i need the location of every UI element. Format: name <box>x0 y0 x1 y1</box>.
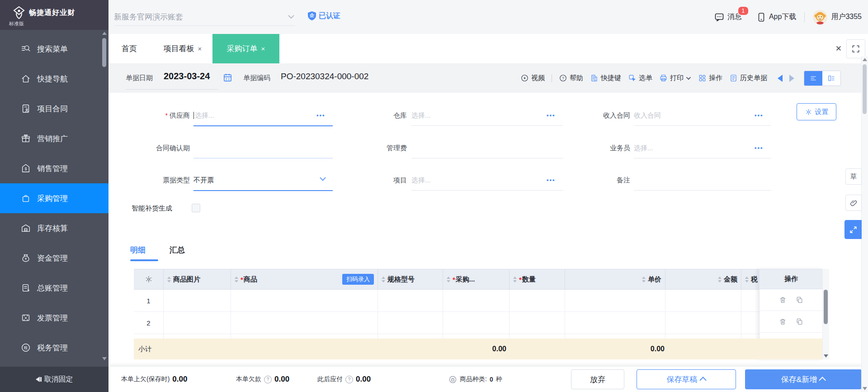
page-scrollbar-thumb[interactable] <box>863 64 867 114</box>
table-scrollbar[interactable] <box>822 269 829 359</box>
list-view-button[interactable] <box>804 71 822 86</box>
sort-arrows[interactable] <box>513 277 517 282</box>
table-scrollbar-thumb[interactable] <box>824 290 828 324</box>
draft-box-button[interactable]: 草 <box>845 168 862 185</box>
toolbar-question-button[interactable]: ?帮助 <box>559 74 583 82</box>
button-放弃[interactable]: 放弃 <box>571 369 624 389</box>
lookup-ellipsis-button[interactable]: ••• <box>547 112 556 119</box>
help-icon[interactable]: ? <box>345 376 353 383</box>
button-保存草稿[interactable]: 保存草稿 <box>637 369 736 389</box>
sidebar-item-search[interactable]: 搜索菜单 <box>0 34 108 64</box>
scroll-up-icon[interactable] <box>102 32 107 35</box>
delete-row-button[interactable] <box>779 296 787 304</box>
cell-qty[interactable] <box>509 312 565 334</box>
cell-qty[interactable] <box>509 290 565 311</box>
cell-product[interactable] <box>231 312 378 334</box>
cell-tax[interactable] <box>741 312 760 334</box>
detail-tab-汇总[interactable]: 汇总 <box>170 245 185 255</box>
scroll-down-icon[interactable] <box>102 357 107 360</box>
sort-down-icon[interactable] <box>382 280 385 282</box>
sidebar-item-funds[interactable]: ¥资金管理 <box>0 243 108 273</box>
sort-down-icon[interactable] <box>718 280 722 282</box>
account-selector[interactable]: 新服务官网演示账套 <box>114 8 295 26</box>
messages-button[interactable]: 消息 1 <box>714 12 742 23</box>
tab-close-icon[interactable]: × <box>198 45 202 53</box>
next-document-icon[interactable] <box>789 75 794 82</box>
sort-arrows[interactable] <box>235 277 238 282</box>
sort-arrows[interactable] <box>382 277 385 282</box>
cell-amount[interactable] <box>665 290 741 311</box>
sidebar-item-purchase[interactable]: 采购管理 <box>0 183 108 213</box>
field-input-备注[interactable] <box>634 172 771 188</box>
sort-up-icon[interactable] <box>642 277 646 279</box>
sidebar-item-contract[interactable]: 项目合同 <box>0 94 108 124</box>
tab-项目看板[interactable]: 项目看板× <box>154 34 212 63</box>
user-menu[interactable]: 用户3355 <box>813 10 862 24</box>
sort-down-icon[interactable] <box>167 280 171 282</box>
sort-up-icon[interactable] <box>447 277 450 279</box>
sort-up-icon[interactable] <box>167 277 171 279</box>
toolbar-shortcut-button[interactable]: 快捷键 <box>590 74 621 82</box>
fullscreen-button[interactable] <box>846 39 865 58</box>
lookup-ellipsis-button[interactable]: ••• <box>755 144 764 151</box>
cell-amount[interactable] <box>665 312 741 334</box>
sort-arrows[interactable] <box>447 277 450 282</box>
lookup-ellipsis-button[interactable]: ••• <box>547 177 556 183</box>
scan-entry-button[interactable]: 扫码录入 <box>342 274 374 285</box>
page-scroll-down-icon[interactable] <box>863 387 867 390</box>
sort-up-icon[interactable] <box>382 277 385 279</box>
cell-tax[interactable] <box>741 290 760 311</box>
field-input-仓库[interactable]: 选择... <box>411 107 563 124</box>
expand-panel-button[interactable] <box>844 220 862 239</box>
tab-close-icon[interactable]: × <box>261 45 265 53</box>
cell-price[interactable] <box>565 312 665 334</box>
sort-arrows[interactable] <box>718 277 722 282</box>
sort-arrows[interactable] <box>745 277 749 282</box>
table-scroll-down-icon[interactable] <box>824 354 828 358</box>
sort-up-icon[interactable] <box>235 277 238 279</box>
field-input-收入合同[interactable]: 收入合同 <box>634 107 771 124</box>
sort-down-icon[interactable] <box>513 280 517 282</box>
sidebar-item-invoice[interactable]: ¥发票管理 <box>0 303 108 333</box>
date-value[interactable]: 2023-03-24 <box>164 71 210 81</box>
kanban-view-button[interactable] <box>822 71 840 86</box>
field-input-管理费[interactable] <box>411 140 563 156</box>
sort-down-icon[interactable] <box>642 280 646 282</box>
sort-arrows[interactable] <box>642 277 646 282</box>
cell-spec[interactable] <box>378 290 443 311</box>
attachment-button[interactable] <box>845 195 862 211</box>
detail-tab-明细[interactable]: 明细 <box>130 245 146 255</box>
close-icon[interactable]: ✕ <box>835 44 842 53</box>
field-input-合同确认期[interactable] <box>193 140 333 156</box>
cell-image[interactable] <box>164 290 231 311</box>
app-download-button[interactable]: App下载 <box>756 12 796 22</box>
page-scroll-up-icon[interactable] <box>863 58 867 61</box>
toolbar-pick-button[interactable]: 选单 <box>628 74 652 82</box>
settings-button[interactable]: 设置 <box>797 103 836 120</box>
copy-row-button[interactable] <box>796 318 803 325</box>
sort-up-icon[interactable] <box>718 277 722 279</box>
field-input-供应商[interactable]: 选择... <box>193 107 333 124</box>
scrollbar-thumb[interactable] <box>102 38 106 67</box>
cell-purchase[interactable] <box>443 290 509 311</box>
sidebar-item-home[interactable]: 快捷导航 <box>0 64 108 94</box>
sort-down-icon[interactable] <box>447 280 450 282</box>
chevron-down-icon[interactable] <box>319 177 326 182</box>
cell-spec[interactable] <box>378 312 443 334</box>
toolbar-grid-button[interactable]: 操作 <box>698 74 722 82</box>
button-保存-新增[interactable]: 保存&新增 <box>745 369 862 389</box>
prev-document-icon[interactable] <box>778 75 783 82</box>
toolbar-play-button[interactable]: 视频 <box>520 74 545 82</box>
sidebar-item-tax[interactable]: 税税务管理 <box>0 333 108 363</box>
sidebar-item-warehouse[interactable]: 库存核算 <box>0 213 108 243</box>
lookup-ellipsis-button[interactable]: ••• <box>755 112 764 119</box>
sort-down-icon[interactable] <box>745 280 749 282</box>
copy-row-button[interactable] <box>796 296 803 304</box>
field-input-业务员[interactable]: 选择... <box>634 140 771 156</box>
sort-arrows[interactable] <box>167 277 171 282</box>
sidebar-item-gift[interactable]: 营销推广 <box>0 124 108 153</box>
sort-up-icon[interactable] <box>513 277 517 279</box>
certified-badge[interactable]: 企 已认证 <box>307 11 340 21</box>
page-scrollbar[interactable] <box>861 56 868 392</box>
sidebar-unpin-button[interactable]: 取消固定 <box>0 367 108 392</box>
